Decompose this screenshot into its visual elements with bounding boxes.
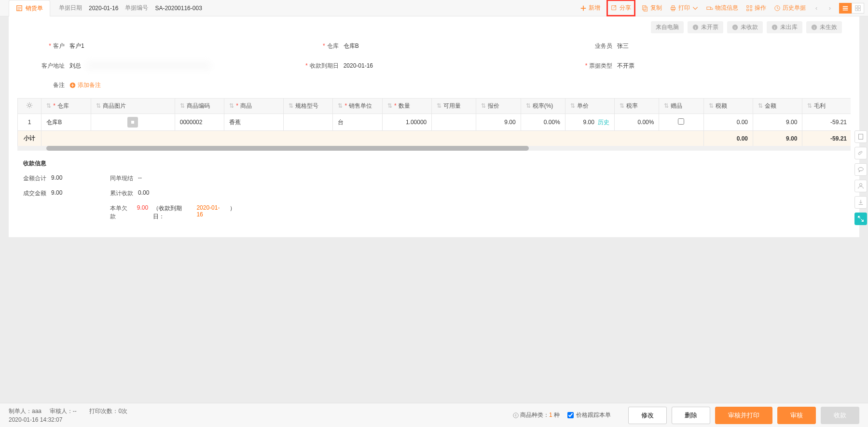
truck-icon [706,5,713,12]
cell-price[interactable]: 9.00 历史 [565,114,614,131]
pay-settle: 同单现结-- [110,174,235,183]
audit-button[interactable]: 审核 [777,407,816,424]
share-label: 分享 [620,4,631,12]
rail-export[interactable] [854,196,867,209]
cell-tax: 0.00 [703,114,753,131]
delete-button[interactable]: 删除 [672,407,710,424]
col-warehouse[interactable]: ⇅*仓库 [41,99,91,114]
subtotal-label: 小计 [18,131,41,146]
cell-code[interactable]: 0000002 [175,114,224,131]
clock-icon [774,5,781,12]
info-icon: i [732,24,738,30]
salesman-value[interactable]: 张三 [617,42,629,50]
rail-note[interactable] [854,130,867,143]
chip-not-received[interactable]: i未收款 [727,21,763,33]
cell-spec[interactable] [284,114,333,131]
prev-doc[interactable]: ‹ [812,3,821,14]
col-tax[interactable]: ⇅税额 [703,99,753,114]
col-taxrate2[interactable]: ⇅税率 [615,99,659,114]
list-icon [842,5,849,12]
cell-taxrate[interactable]: 0.00% [521,114,565,131]
col-profit[interactable]: ⇅毛利 [802,99,851,114]
field-address: 客户地址 刘总 [23,61,297,71]
rail-expand[interactable] [854,213,867,225]
subtotal-row: 小计 0.00 9.00 -59.21 [18,131,851,146]
field-remark: 备注 添加备注 [23,81,297,89]
share-button[interactable]: 分享 [609,2,633,14]
add-remark-link[interactable]: 添加备注 [69,81,101,89]
svg-text:i: i [774,26,775,30]
svg-text:c: c [515,413,517,417]
receive-button[interactable]: 收款 [821,407,859,424]
invoice-value[interactable]: 不开票 [617,62,634,70]
field-salesman: 业务员 张三 [571,42,845,50]
cell-taxrate2[interactable]: 0.00% [615,114,659,131]
doc-meta: 单据日期 2020-01-16 单据编号 SA-20200116-003 [59,4,202,12]
due-value[interactable]: 2020-01-16 [344,62,373,69]
copy-icon [642,5,648,12]
col-quote[interactable]: ⇅报价 [476,99,521,114]
scroll-thumb[interactable] [46,146,529,151]
print-button[interactable]: 打印 [668,2,700,14]
info-icon: i [811,24,817,30]
view-list[interactable] [839,3,852,14]
col-code[interactable]: ⇅商品编码 [175,99,224,114]
col-settings[interactable] [18,99,41,114]
address-prefix: 刘总 [69,62,81,70]
col-img[interactable]: ⇅商品图片 [91,99,175,114]
cell-qty[interactable]: 1.00000 [382,114,431,131]
col-amount[interactable]: ⇅金额 [753,99,802,114]
follow-price-check[interactable]: 价格跟踪本单 [567,411,611,419]
col-product[interactable]: ⇅*商品 [224,99,284,114]
gift-checkbox[interactable] [678,118,684,125]
next-doc[interactable]: › [826,3,834,14]
doc-icon [16,5,23,12]
col-unit[interactable]: ⇅*销售单位 [333,99,382,114]
rail-attach[interactable] [854,147,867,159]
audit-print-button[interactable]: 审核并打印 [715,407,772,424]
col-price[interactable]: ⇅单价 [565,99,614,114]
share-highlight: 分享 [606,0,635,16]
note-icon [857,133,864,140]
rail-comment[interactable] [854,163,867,176]
doc-tab-label: 销货单 [26,4,43,13]
cell-gift[interactable] [659,114,703,131]
svg-rect-10 [747,9,749,11]
logistics-button[interactable]: 物流信息 [705,2,740,14]
col-spec[interactable]: ⇅规格型号 [284,99,333,114]
edit-button[interactable]: 修改 [628,407,667,424]
cell-quote[interactable]: 9.00 [476,114,521,131]
chat-icon [857,166,864,173]
cell-product[interactable]: 香蕉 [224,114,284,131]
no-value: SA-20200116-003 [155,5,202,12]
col-qty[interactable]: ⇅*数量 [382,99,431,114]
table-hscroll[interactable] [17,146,851,151]
new-button[interactable]: 新增 [579,2,602,14]
price-history-link[interactable]: 历史 [598,119,609,126]
ops-button[interactable]: 操作 [744,2,768,14]
cell-unit[interactable]: 台 [333,114,382,131]
warehouse-value[interactable]: 仓库B [344,42,359,50]
history-button[interactable]: 历史单据 [772,2,807,14]
table-row[interactable]: 1 仓库B 0000002 香蕉 台 1.00000 9.00 0.00% 9.… [18,114,851,131]
svg-point-26 [28,104,30,106]
cell-warehouse[interactable]: 仓库B [41,114,91,131]
chip-not-invoiced[interactable]: i未开票 [688,21,723,33]
view-card[interactable] [852,3,864,14]
chevron-down-icon [692,5,699,12]
cell-stock [432,114,476,131]
user-icon [857,183,864,189]
rail-user[interactable] [854,180,867,192]
follow-checkbox[interactable] [567,412,574,418]
chip-not-out[interactable]: i未出库 [767,21,802,33]
col-gift[interactable]: ⇅赠品 [659,99,703,114]
doc-tab[interactable]: 销货单 [9,0,50,16]
ops-label: 操作 [755,4,766,12]
col-stock[interactable]: ⇅可用量 [432,99,476,114]
col-taxrate[interactable]: ⇅税率(%) [521,99,565,114]
pay-paid: 累计收款0.00 [110,189,235,198]
share-icon [611,5,618,12]
chip-not-effective[interactable]: i未生效 [806,21,842,33]
customer-value[interactable]: 客户1 [69,42,84,50]
copy-button[interactable]: 复制 [640,2,663,14]
